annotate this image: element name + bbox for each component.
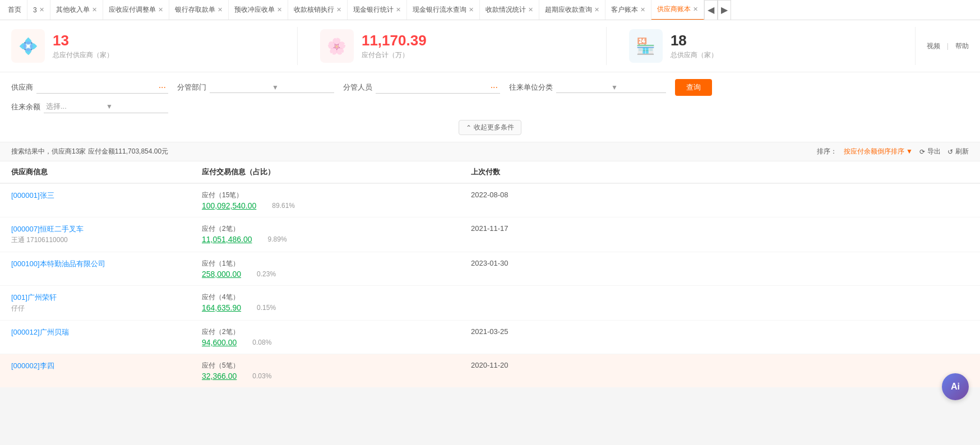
nav-next-arrow[interactable]: ▶ [718,0,731,20]
supplier-link-5[interactable]: [000012]广州贝瑞 [11,328,69,336]
filter-supplier: 供应商 ··· [11,82,168,94]
person-dots-icon[interactable]: ··· [491,83,498,92]
table-row[interactable]: [000001]张三 应付（15笔） 100,092,540.00 89.61%… [0,184,980,217]
close-prepay[interactable]: ✕ [277,6,282,13]
table-row[interactable]: [000012]广州贝瑞 应付（2笔） 94,600.00 0.08% 2021… [0,321,980,354]
nav-tab-collection-stat[interactable]: 收款情况统计 ✕ [480,0,539,20]
supplier-input[interactable] [39,83,140,91]
filter-person: 分管人员 ··· [343,82,500,94]
table-row[interactable]: [000002]李四 应付（5笔） 32,366.00 0.03% 2020-1… [0,354,980,388]
transaction-col-5: 应付（2笔） 94,600.00 0.08% [202,327,471,347]
supplier-dots-icon[interactable]: ··· [159,83,166,92]
trans-amount-row-4: 164,635.90 0.15% [202,303,471,312]
sort-select[interactable]: 按应付余额倒序排序 ▼ [844,147,913,156]
supplier-link-4[interactable]: [001]广州荣轩 [11,293,57,302]
table-row[interactable]: [000007]恒旺二手叉车 王通 17106110000 应付（2笔） 11,… [0,217,980,252]
help-link[interactable]: 帮助 [955,41,969,51]
trans-amount-5[interactable]: 94,600.00 [202,338,237,347]
total-ap-icon: 🌸 [320,29,354,63]
trans-info-5: 应付（2笔） 94,600.00 0.08% [202,327,471,347]
close-collection-stat[interactable]: ✕ [528,6,533,13]
close-overdue-query[interactable]: ✕ [594,6,599,13]
supplier-name-3: [000100]本特勤油品有限公司 [11,259,202,269]
close-receipt-verify[interactable]: ✕ [336,6,341,13]
col-header-supplier: 供应商信息 [11,167,202,177]
nav-tab-cash-bank-stat[interactable]: 现金银行统计 ✕ [348,0,407,20]
trans-amount-6[interactable]: 32,366.00 [202,372,237,381]
person-label: 分管人员 [343,82,372,92]
collapse-chevron-icon: ⌃ [466,124,471,132]
trans-percent-4: 0.15% [257,304,276,312]
nav-tab-collection-stat-label: 收款情况统计 [486,5,526,15]
nav-tab-ap-adjust[interactable]: 应收应付调整单 ✕ [103,0,169,20]
close-cash-bank-flow[interactable]: ✕ [469,6,474,13]
nav-tab-home[interactable]: 首页 [2,0,27,20]
dept-select-wrap[interactable]: ▼ [210,82,334,93]
supplier-name-2: [000007]恒旺二手叉车 [11,224,202,234]
balance-select-wrap[interactable]: 选择... ▼ [44,100,168,113]
trans-amount-4[interactable]: 164,635.90 [202,303,241,312]
supplier-link-6[interactable]: [000002]李四 [11,361,54,370]
nav-tab-other-income-label: 其他收入单 [56,5,90,15]
video-link[interactable]: 视频 [927,41,940,51]
nav-tab-bank-deposit-label: 银行存取款单 [175,5,215,15]
nav-tab-receipt-verify[interactable]: 收款核销执行 ✕ [288,0,348,20]
filter-row-2: 往来余额 选择... ▼ [11,100,969,113]
supplier-sub-4: 仔仔 [11,304,202,313]
actions-sep: | [947,42,949,50]
query-button[interactable]: 查询 [675,79,712,96]
nav-tab-3[interactable]: 3 ✕ [27,0,50,20]
close-cash-bank-stat[interactable]: ✕ [396,6,401,13]
table-row[interactable]: [000100]本特勤油品有限公司 应付（1笔） 258,000.00 0.23… [0,252,980,286]
trans-amount-3[interactable]: 258,000.00 [202,270,241,279]
trans-amount-2[interactable]: 11,051,486.00 [202,235,252,244]
collapse-button[interactable]: ⌃ 收起更多条件 [459,120,521,135]
nav-tab-prepay[interactable]: 预收冲应收单 ✕ [229,0,288,20]
table-row[interactable]: [001]广州荣轩 仔仔 应付（4笔） 164,635.90 0.15% [0,286,980,321]
trans-amount-row-6: 32,366.00 0.03% [202,372,471,381]
nav-tab-bank-deposit[interactable]: 银行存取款单 ✕ [169,0,229,20]
suppliers-owe-info: 13 总应付供应商（家） [53,32,113,60]
nav-tab-supplier-account[interactable]: 供应商账本 ✕ [651,0,704,20]
total-suppliers-number: 18 [671,32,718,49]
trans-row-5: 应付（2笔） [202,327,471,337]
top-nav: 首页 3 ✕ 其他收入单 ✕ 应收应付调整单 ✕ 银行存取款单 ✕ 预收冲应收单… [0,0,980,20]
trans-percent-5: 0.08% [252,339,271,346]
close-bank-deposit[interactable]: ✕ [218,6,223,13]
nav-tab-customer-account-label: 客户账本 [611,5,638,15]
suppliers-owe-icon: 💠 [11,29,45,63]
refresh-button[interactable]: ↺ 刷新 [947,147,969,156]
trans-info-3: 应付（1笔） 258,000.00 0.23% [202,259,471,279]
trans-row-4: 应付（4笔） [202,293,471,302]
close-customer-account[interactable]: ✕ [640,6,645,13]
nav-tab-customer-account[interactable]: 客户账本 ✕ [605,0,651,20]
supplier-link-3[interactable]: [000100]本特勤油品有限公司 [11,259,105,268]
close-ap-adjust[interactable]: ✕ [158,6,163,13]
last-pay-col-5: 2021-03-25 [471,327,969,336]
filter-category: 往来单位分类 ▼ [509,82,666,93]
supplier-link-2[interactable]: [000007]恒旺二手叉车 [11,225,84,233]
trans-amount-1[interactable]: 100,092,540.00 [202,201,256,210]
stats-header: 💠 13 总应付供应商（家） 🌸 11,170.39 应付合计（万） 🏪 18 … [0,20,980,72]
nav-tab-other-income[interactable]: 其他收入单 ✕ [50,0,103,20]
category-select-wrap[interactable]: ▼ [556,82,666,93]
nav-prev-arrow[interactable]: ◀ [704,0,718,20]
nav-tab-overdue-query[interactable]: 超期应收款查询 ✕ [539,0,605,20]
results-summary: 搜索结果中，供应商13家 应付金额111,703,854.00元 [11,147,168,156]
supplier-col-5: [000012]广州贝瑞 [11,327,202,337]
col-header-last-pay: 上次付数 [471,167,969,177]
close-other-income[interactable]: ✕ [92,6,97,13]
export-button[interactable]: ⟳ 导出 [919,147,941,156]
close-supplier-account[interactable]: ✕ [693,6,698,13]
export-icon: ⟳ [919,148,925,156]
nav-tab-cash-bank-flow[interactable]: 现金银行流水查询 ✕ [407,0,480,20]
trans-info-1: 应付（15笔） 100,092,540.00 89.61% [202,191,471,210]
close-tab-3[interactable]: ✕ [39,6,44,13]
person-input[interactable] [378,83,479,91]
trans-label-6: 应付（5笔） [202,361,239,370]
supplier-link-1[interactable]: [000001]张三 [11,191,54,200]
last-pay-date-2: 2021-11-17 [471,224,509,233]
trans-row-1: 应付（15笔） [202,191,471,200]
trans-percent-2: 9.89% [268,235,287,243]
balance-selected-value: 选择... [46,101,106,112]
